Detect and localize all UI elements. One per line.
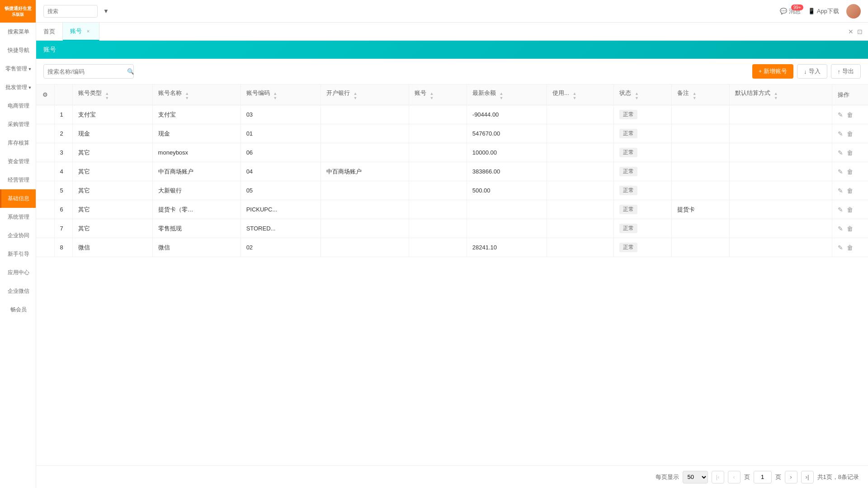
sidebar-item-purchase[interactable]: 采购管理 <box>0 115 36 134</box>
cell-balance: 28241.10 <box>467 238 547 257</box>
cell-balance: -90444.00 <box>467 105 547 124</box>
global-search-input[interactable] <box>43 5 98 18</box>
cell-type: 微信 <box>72 238 152 257</box>
edit-icon[interactable]: ✎ <box>838 225 843 232</box>
delete-icon[interactable]: 🗑 <box>847 225 853 232</box>
cell-status: 正常 <box>614 124 672 143</box>
cell-balance: 10000.00 <box>467 143 547 162</box>
export-button[interactable]: ↑ 导出 <box>831 64 861 79</box>
prev-page-button[interactable]: ‹ <box>728 471 741 483</box>
edit-icon[interactable]: ✎ <box>838 168 843 175</box>
sidebar-item-app-center[interactable]: 应用中心 <box>0 263 36 282</box>
col-balance[interactable]: 最新余额 ▲▼ <box>467 84 547 105</box>
sidebar-item-quick-nav[interactable]: 快捷导航 <box>0 41 36 60</box>
cell-name: moneybosx <box>152 143 241 162</box>
col-settings[interactable]: ⚙ <box>36 84 54 105</box>
delete-icon[interactable]: 🗑 <box>847 130 853 137</box>
col-account[interactable]: 账号 ▲▼ <box>409 84 467 105</box>
app-download-label: App下载 <box>817 7 839 15</box>
app-download-button[interactable]: 📱 App下载 <box>808 7 839 15</box>
tab-account-close[interactable]: × <box>85 28 92 35</box>
sidebar-item-search[interactable]: 搜索菜单 <box>0 23 36 41</box>
notification-badge: 99+ <box>791 5 803 10</box>
sidebar-item-finance[interactable]: 资金管理 <box>0 152 36 171</box>
header-dropdown[interactable]: ▼ <box>103 8 109 14</box>
edit-icon[interactable]: ✎ <box>838 149 843 156</box>
cell-remark <box>672 143 730 162</box>
cell-bank <box>321 143 409 162</box>
col-remark[interactable]: 备注 ▲▼ <box>672 84 730 105</box>
delete-icon[interactable]: 🗑 <box>847 187 853 194</box>
first-page-button[interactable]: |‹ <box>712 471 724 483</box>
col-usage[interactable]: 使用... ▲▼ <box>547 84 613 105</box>
edit-icon[interactable]: ✎ <box>838 111 843 118</box>
col-type[interactable]: 账号类型 ▲▼ <box>72 84 152 105</box>
delete-icon[interactable]: 🗑 <box>847 168 853 175</box>
sidebar-item-guide[interactable]: 新手引导 <box>0 245 36 263</box>
cell-balance <box>467 200 547 219</box>
sidebar-item-operations[interactable]: 经营管理 <box>0 171 36 189</box>
sidebar-item-retail[interactable]: 零售管理 ▼ <box>0 60 36 78</box>
edit-icon[interactable]: ✎ <box>838 206 843 213</box>
page-title-bar: 账号 <box>36 41 868 59</box>
sidebar-item-label: 快捷导航 <box>3 47 34 54</box>
col-code[interactable]: 账号编码 ▲▼ <box>241 84 321 105</box>
app-logo: 畅捷通好生意 乐版版 <box>0 0 36 23</box>
sidebar-item-label: 企业微信 <box>3 287 34 295</box>
edit-icon[interactable]: ✎ <box>838 187 843 194</box>
add-account-button[interactable]: + 新增账号 <box>752 64 793 79</box>
col-name[interactable]: 账号名称 ▲▼ <box>152 84 241 105</box>
message-icon: 💬 <box>780 8 787 14</box>
edit-icon[interactable]: ✎ <box>838 130 843 137</box>
col-status[interactable]: 状态 ▲▼ <box>614 84 672 105</box>
next-page-button[interactable]: › <box>785 471 797 483</box>
page-size-select[interactable]: 50 10 20 100 <box>683 471 708 483</box>
page-input[interactable] <box>754 471 772 483</box>
cell-usage <box>547 238 613 257</box>
cell-code: 06 <box>241 143 321 162</box>
sidebar-item-wholesale[interactable]: 批发管理 ▼ <box>0 78 36 97</box>
search-input[interactable] <box>44 68 127 75</box>
col-default-payment[interactable]: 默认结算方式 ▲▼ <box>730 84 832 105</box>
search-wrap: 🔍 <box>43 64 134 79</box>
cell-type: 支付宝 <box>72 105 152 124</box>
cell-settings <box>36 238 54 257</box>
col-bank[interactable]: 开户银行 ▲▼ <box>321 84 409 105</box>
cell-balance: 383866.00 <box>467 162 547 181</box>
tab-maximize-icon[interactable]: ⊡ <box>857 28 863 35</box>
delete-icon[interactable]: 🗑 <box>847 206 853 213</box>
cell-settings <box>36 143 54 162</box>
sidebar-item-enterprise[interactable]: 企业协同 <box>0 226 36 245</box>
delete-icon[interactable]: 🗑 <box>847 111 853 118</box>
cell-remark <box>672 181 730 200</box>
status-badge: 正常 <box>619 186 637 195</box>
tab-close-all-icon[interactable]: ✕ <box>848 28 854 35</box>
cell-actions: ✎ 🗑 <box>832 105 868 124</box>
cell-code: PICKUPC... <box>241 200 321 219</box>
search-button[interactable]: 🔍 <box>127 64 134 79</box>
sidebar-item-inventory[interactable]: 库存核算 <box>0 134 36 152</box>
cell-usage <box>547 105 613 124</box>
tab-account[interactable]: 账号 × <box>63 23 99 41</box>
table-row: 8 微信 微信 02 28241.10 正常 ✎ 🗑 <box>36 238 868 257</box>
status-badge: 正常 <box>619 129 637 138</box>
edit-icon[interactable]: ✎ <box>838 244 843 251</box>
notification-button[interactable]: 💬 消息 99+ <box>780 7 801 15</box>
cell-code: 01 <box>241 124 321 143</box>
sidebar-item-basic-info[interactable]: 基础信息 <box>0 189 36 208</box>
sidebar-item-ecommerce[interactable]: 电商管理 <box>0 97 36 115</box>
user-avatar[interactable] <box>846 4 861 19</box>
cell-account <box>409 162 467 181</box>
sidebar-item-member[interactable]: 畅会员 <box>0 300 36 319</box>
tab-home[interactable]: 首页 <box>36 23 63 41</box>
delete-icon[interactable]: 🗑 <box>847 244 853 251</box>
last-page-button[interactable]: ›| <box>801 471 814 483</box>
sidebar-item-system[interactable]: 系统管理 <box>0 208 36 226</box>
table-row: 4 其它 中百商场账户 04 中百商场账户 383866.00 正常 ✎ 🗑 <box>36 162 868 181</box>
sidebar-item-label: 系统管理 <box>3 213 34 221</box>
sidebar-item-label: 企业协同 <box>3 232 34 239</box>
sidebar-item-enterprise-wx[interactable]: 企业微信 <box>0 282 36 300</box>
import-button[interactable]: ↓ 导入 <box>797 64 827 79</box>
delete-icon[interactable]: 🗑 <box>847 149 853 156</box>
export-icon: ↑ <box>838 68 841 75</box>
